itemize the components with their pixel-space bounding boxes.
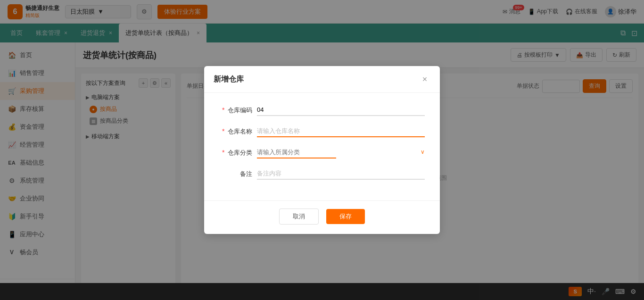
warehouse-note-input[interactable] <box>257 168 425 180</box>
name-label: 仓库名称 <box>219 127 257 136</box>
cancel-button[interactable]: 取消 <box>279 208 319 225</box>
dialog-close-button[interactable]: × <box>419 74 430 85</box>
code-label: 仓库编码 <box>219 106 257 115</box>
dialog-title: 新增仓库 <box>214 75 244 84</box>
new-warehouse-dialog: 新增仓库 × 仓库编码 仓库名称 仓库分类 <box>204 66 440 234</box>
warehouse-code-input[interactable] <box>257 104 425 116</box>
warehouse-category-input[interactable] <box>257 147 336 158</box>
dialog-header: 新增仓库 × <box>204 66 440 93</box>
note-label: 备注 <box>219 170 257 178</box>
form-row-name: 仓库名称 <box>219 125 425 137</box>
dialog-footer: 取消 保存 <box>204 200 440 234</box>
category-select-wrap <box>257 147 425 158</box>
dialog-body: 仓库编码 仓库名称 仓库分类 备注 <box>204 93 440 200</box>
category-label: 仓库分类 <box>219 149 257 157</box>
form-row-category: 仓库分类 <box>219 147 425 158</box>
form-row-note: 备注 <box>219 168 425 180</box>
form-row-code: 仓库编码 <box>219 104 425 116</box>
warehouse-name-input[interactable] <box>257 125 425 137</box>
close-icon: × <box>422 75 428 84</box>
save-button[interactable]: 保存 <box>326 209 365 224</box>
dialog-overlay: 新增仓库 × 仓库编码 仓库名称 仓库分类 <box>0 0 644 300</box>
